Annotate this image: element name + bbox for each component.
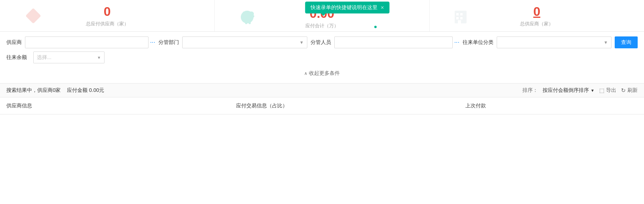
person-label: 分管人员 [311,39,331,46]
supplier-input[interactable] [25,36,149,48]
table-body [0,114,644,204]
stat-number-total-suppliers: 0 [533,4,540,19]
export-label: 导出 [606,87,616,94]
stat-payable-total: 快速录单的快捷键说明在这里 × 0.00 应付合计（万） [215,0,429,31]
table-header: 供应商信息 应付交易信息（占比） 上次付款 [0,97,644,114]
person-dots-btn[interactable]: ··· [454,39,459,46]
dept-label: 分管部门 [158,39,179,46]
sort-select[interactable]: 按应付会额倒序排序 ▼ [543,87,594,94]
diamond-icon [24,6,43,25]
refresh-btn[interactable]: ↻ 刷新 [621,87,638,94]
stat-label-payable-suppliers: 总应付供应商（家） [86,21,129,27]
filter-supplier: 供应商 ··· [6,36,155,48]
export-btn[interactable]: ⬚ 导出 [599,87,616,94]
stat-number-payable-suppliers: 0 [104,4,111,19]
collapse-up-icon: ∧ [304,71,307,76]
collapse-text: 收起更多条件 [309,70,340,77]
sort-label: 排序： [522,87,538,94]
balance-placeholder: 选择... [37,54,51,61]
svg-point-4 [243,11,246,15]
col-header-lastpay: 上次付款 [465,102,638,109]
tooltip-text: 快速录单的快捷键说明在这里 [311,4,377,11]
collapse-btn[interactable]: ∧ 收起更多条件 [299,68,345,78]
unit-classify-arrow-icon: ▼ [604,40,608,45]
sort-value: 按应付会额倒序排序 [543,87,589,94]
stats-bar: 0 总应付供应商（家） 快速录单的快捷键说明在这里 × 0.00 应付合计（万） [0,0,644,32]
dept-select[interactable]: ▼ [182,36,307,48]
export-icon: ⬚ [599,87,604,93]
amount-result-text: 应付金额 0.00元 [67,87,104,94]
col-header-transaction: 应付交易信息（占比） [236,102,466,109]
collapse-row: ∧ 收起更多条件 [6,67,638,80]
query-button[interactable]: 查询 [615,36,638,48]
svg-rect-12 [456,17,459,19]
pig-icon [236,5,258,27]
filter-dept: 分管部门 ▼ [158,36,307,48]
svg-rect-10 [456,13,459,15]
unit-classify-select[interactable]: ▼ [497,36,612,48]
tooltip-connector-dot [373,25,377,29]
col-header-supplier: 供应商信息 [6,102,236,109]
results-right: 排序： 按应付会额倒序排序 ▼ ⬚ 导出 ↻ 刷新 [522,87,638,94]
refresh-icon: ↻ [621,87,626,93]
supplier-dots-btn[interactable]: ··· [150,39,155,46]
unit-classify-label: 往来单位分类 [463,39,493,46]
filter-row-1: 供应商 ··· 分管部门 ▼ 分管人员 ··· 往来单位分类 ▼ [6,36,638,48]
svg-point-5 [248,11,252,15]
dept-arrow-icon: ▼ [299,40,304,45]
filter-row-2: 往来余额 选择... ▼ [6,51,638,65]
tooltip-popup: 快速录单的快捷键说明在这里 × [305,2,389,13]
stat-label-payable-total: 应付合计（万） [305,23,339,29]
balance-select[interactable]: 选择... ▼ [33,51,105,63]
svg-rect-7 [249,22,251,24]
stat-label-total-suppliers: 总供应商（家） [520,21,553,27]
svg-rect-14 [458,20,461,23]
svg-rect-11 [460,13,463,15]
building-icon [452,6,471,26]
balance-arrow-icon: ▼ [97,55,101,60]
balance-label: 往来余额 [6,54,27,61]
stat-total-payable-suppliers: 0 总应付供应商（家） [0,0,215,31]
person-input[interactable] [334,36,453,48]
supplier-label: 供应商 [6,39,22,46]
svg-point-8 [252,15,254,17]
filter-person: 分管人员 ··· [311,36,459,48]
tooltip-close-btn[interactable]: × [381,4,384,11]
filter-unit-classify: 往来单位分类 ▼ [463,36,612,48]
stat-total-suppliers: 0 总供应商（家） [430,0,644,31]
svg-rect-13 [460,17,463,19]
results-bar: 搜索结果中，供应商0家 应付金额 0.00元 排序： 按应付会额倒序排序 ▼ ⬚… [0,84,644,97]
sort-arrow-icon: ▼ [591,88,594,93]
search-result-text: 搜索结果中，供应商0家 [6,87,61,94]
refresh-label: 刷新 [627,87,638,94]
filters-area: 供应商 ··· 分管部门 ▼ 分管人员 ··· 往来单位分类 ▼ [0,32,644,84]
results-left: 搜索结果中，供应商0家 应付金额 0.00元 [6,87,104,94]
svg-rect-6 [245,22,247,24]
